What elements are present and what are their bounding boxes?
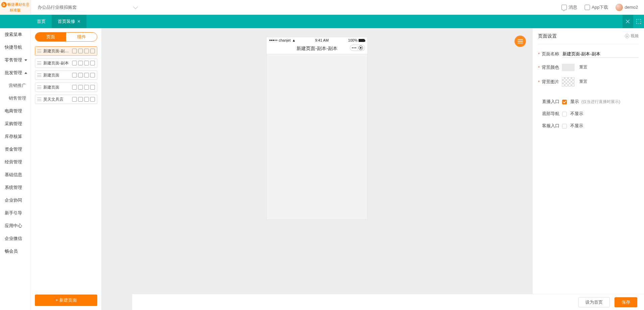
copy-icon[interactable]	[78, 73, 83, 78]
drag-handle-icon[interactable]	[37, 86, 41, 89]
phone-icon	[585, 5, 590, 10]
share-icon[interactable]	[90, 61, 95, 65]
close-icon[interactable]: ✕	[77, 19, 80, 24]
brand-sub: 标准版	[10, 8, 21, 13]
delete-icon[interactable]	[84, 61, 89, 65]
sidebar-item[interactable]: 库存核算	[0, 130, 31, 143]
copy-icon[interactable]	[78, 85, 83, 90]
sidebar: 搜索菜单快捷导航零售管理批发管理营销推广销售管理电商管理采购管理库存核算资金管理…	[0, 28, 31, 310]
battery-pct: 100%	[348, 38, 358, 42]
sidebar-item[interactable]: 零售管理	[0, 54, 31, 66]
topbar: b 畅捷通好生意 标准版 办公品行业模拟账套 消息 App下载 demo2	[0, 0, 644, 15]
app-download-button[interactable]: App下载	[585, 4, 608, 10]
play-icon	[625, 34, 629, 38]
messages-button[interactable]: 消息	[561, 4, 577, 10]
phone-statusbar: chanjet ▲ 9:41 AM 100%	[267, 37, 367, 43]
home-icon[interactable]	[72, 73, 77, 78]
copy-icon[interactable]	[78, 61, 83, 65]
tab-decor-label: 首页装修	[58, 18, 75, 24]
bgcolor-reset[interactable]: 重置	[579, 65, 587, 69]
toggle-panels-fab[interactable]	[515, 36, 526, 47]
expand-icon	[636, 19, 641, 24]
home-icon[interactable]	[72, 49, 77, 53]
phone-time: 9:41 AM	[315, 38, 328, 42]
live-label: 直播入口	[542, 99, 562, 105]
seg-page[interactable]: 页面	[35, 33, 66, 41]
carrier-label: chanjet	[279, 38, 290, 42]
delete-icon[interactable]	[84, 73, 89, 78]
sidebar-item[interactable]: 资金管理	[0, 143, 31, 156]
live-checkbox[interactable]	[562, 100, 567, 104]
page-row-name: 新建页面	[43, 85, 70, 90]
home-icon[interactable]	[72, 97, 77, 102]
sidebar-item[interactable]: 基础信息	[0, 168, 31, 181]
service-label: 客服入口	[542, 123, 562, 129]
add-page-button[interactable]: + 新建页面	[35, 295, 97, 306]
sidebar-item[interactable]: 经营管理	[0, 156, 31, 168]
sidebar-item[interactable]: 电商管理	[0, 105, 31, 117]
sidebar-item[interactable]: 企业微信	[0, 232, 31, 245]
main: 搜索菜单快捷导航零售管理批发管理营销推广销售管理电商管理采购管理库存核算资金管理…	[0, 28, 644, 310]
bottomnav-checkbox[interactable]	[562, 112, 567, 116]
page-row[interactable]: 新建页面-副本	[35, 58, 97, 68]
home-icon[interactable]	[72, 61, 77, 65]
bgcolor-label: 背景颜色	[542, 64, 562, 70]
sidebar-item[interactable]: 畅会员	[0, 245, 31, 258]
copy-icon[interactable]	[78, 49, 83, 53]
seg-component[interactable]: 组件	[66, 33, 97, 41]
account-selector-label: 办公品行业模拟账套	[38, 4, 77, 10]
sidebar-item[interactable]: 批发管理	[0, 66, 31, 79]
set-home-button[interactable]: 设为首页	[578, 297, 610, 307]
delete-icon[interactable]	[84, 85, 89, 90]
delete-icon[interactable]	[84, 97, 89, 102]
close-all-button[interactable]	[623, 15, 633, 28]
home-icon[interactable]	[72, 85, 77, 90]
bottomnav-opt: 不显示	[570, 111, 583, 116]
fullscreen-button[interactable]	[633, 15, 644, 28]
page-row-name: 昊天文具店	[43, 97, 70, 102]
share-icon[interactable]	[90, 49, 95, 53]
delete-icon[interactable]	[84, 49, 89, 53]
phone-title: 新建页面-副本-副本	[297, 46, 337, 52]
sidebar-item[interactable]: 系统管理	[0, 181, 31, 194]
page-row[interactable]: 新建页面	[35, 83, 97, 92]
sidebar-item[interactable]: 企业协同	[0, 194, 31, 207]
user-menu[interactable]: demo2	[615, 4, 638, 11]
account-selector[interactable]: 办公品行业模拟账套	[38, 4, 137, 10]
sidebar-subitem[interactable]: 营销推广	[0, 79, 31, 92]
sidebar-item[interactable]: 搜索菜单	[0, 28, 31, 41]
sidebar-item[interactable]: 快捷导航	[0, 41, 31, 54]
battery-icon	[359, 39, 365, 42]
share-icon[interactable]	[90, 85, 95, 90]
sidebar-item[interactable]: 应用中心	[0, 219, 31, 232]
page-row[interactable]: 昊天文具店	[35, 95, 97, 104]
drag-handle-icon[interactable]	[37, 73, 41, 77]
page-name-input[interactable]	[562, 50, 639, 58]
page-row[interactable]: 新建页面-副本...	[35, 46, 97, 56]
tab-decor[interactable]: 首页装修 ✕	[52, 15, 87, 28]
save-button[interactable]: 保存	[614, 297, 637, 307]
phone-body[interactable]	[267, 54, 367, 219]
tab-home[interactable]: 首页	[31, 15, 52, 28]
drag-handle-icon[interactable]	[37, 49, 41, 53]
service-checkbox[interactable]	[562, 124, 567, 128]
miniprogram-capsule[interactable]	[350, 45, 365, 51]
drag-handle-icon[interactable]	[37, 98, 41, 101]
share-icon[interactable]	[90, 97, 95, 102]
video-help-button[interactable]: 视频	[625, 33, 639, 39]
sidebar-item[interactable]: 新手引导	[0, 207, 31, 219]
share-icon[interactable]	[90, 73, 95, 78]
logo[interactable]: b 畅捷通好生意 标准版	[0, 0, 31, 15]
bgcolor-swatch[interactable]	[562, 64, 575, 71]
page-row-name: 新建页面	[43, 72, 70, 78]
sidebar-item[interactable]: 采购管理	[0, 117, 31, 130]
live-opt: 显示	[570, 99, 579, 104]
sidebar-subitem[interactable]: 销售管理	[0, 92, 31, 105]
copy-icon[interactable]	[78, 97, 83, 102]
page-row-name: 新建页面-副本	[43, 60, 70, 66]
bgimg-swatch[interactable]	[562, 77, 575, 87]
page-row[interactable]: 新建页面	[35, 70, 97, 80]
bgimg-reset[interactable]: 重置	[579, 79, 587, 84]
canvas: chanjet ▲ 9:41 AM 100% 新建页面-副本-副本	[101, 28, 533, 310]
drag-handle-icon[interactable]	[37, 61, 41, 65]
